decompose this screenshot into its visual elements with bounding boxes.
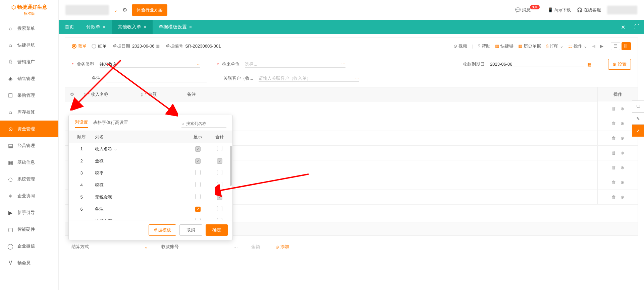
copy-icon[interactable]: ⊕ xyxy=(621,106,624,111)
sidebar-item-sales[interactable]: ◈销售管理 xyxy=(0,70,58,87)
radio-blue[interactable]: 蓝单 xyxy=(72,43,87,49)
history-link[interactable]: ▦历史单据 xyxy=(518,43,541,49)
radio-red[interactable]: 红单 xyxy=(92,43,107,49)
sum-checkbox[interactable] xyxy=(217,206,222,211)
calendar-icon[interactable]: ▦ xyxy=(587,62,591,67)
operate-link[interactable]: ⚏操作⌄ xyxy=(568,43,587,49)
sidebar-item-quick-nav[interactable]: ⌂快捷导航 xyxy=(0,37,58,54)
sum-checkbox[interactable] xyxy=(217,146,222,151)
method-field[interactable]: 结算方式 ⌄ xyxy=(71,244,148,250)
sum-checkbox[interactable] xyxy=(217,182,222,187)
show-checkbox[interactable]: ✓ xyxy=(195,207,201,212)
float-edit-button[interactable]: ✎ xyxy=(632,113,644,125)
popover-tab-columns[interactable]: 列设置 xyxy=(75,119,88,128)
popover-row[interactable]: 7核销金额 xyxy=(69,215,232,220)
settings-button[interactable]: ⚙设置 xyxy=(608,59,631,70)
delete-icon[interactable]: 🗑 xyxy=(611,136,616,141)
popover-row[interactable]: 1收入名称 ⌄✓ xyxy=(69,143,232,155)
chevron-down-icon[interactable]: ⌄ xyxy=(114,146,117,151)
table-gear-button[interactable]: ⚙ xyxy=(65,87,79,101)
tab-home[interactable]: 首页 xyxy=(59,20,80,34)
expand-button[interactable]: ⛶ xyxy=(630,20,644,34)
show-checkbox[interactable] xyxy=(195,170,201,175)
copy-icon[interactable]: ⊕ xyxy=(621,136,624,141)
popover-tab-font[interactable]: 表格字体行高设置 xyxy=(93,120,128,128)
sum-checkbox[interactable] xyxy=(217,170,222,175)
delete-icon[interactable]: 🗑 xyxy=(611,121,616,126)
sidebar-item-marketing[interactable]: ⎙营销推广 xyxy=(0,54,58,70)
tab-template[interactable]: 单据模板设置✕ xyxy=(153,20,198,34)
account-field[interactable]: 收款账号 ⋯ xyxy=(161,244,238,250)
popover-row[interactable]: 2金额✓✓ xyxy=(69,155,232,167)
sidebar-item-inventory[interactable]: ⌂库存核算 xyxy=(0,104,58,121)
next-icon[interactable]: ▶ xyxy=(600,44,603,49)
view-detail-button[interactable]: ⿲ xyxy=(622,42,631,50)
popover-row[interactable]: 4税额 xyxy=(69,179,232,191)
close-icon[interactable]: ✕ xyxy=(189,25,192,29)
copy-icon[interactable]: ⊕ xyxy=(621,195,624,200)
unit-select[interactable]: 选择... ⋯ xyxy=(245,61,345,68)
field-value[interactable]: 2023-06-06 xyxy=(132,44,155,49)
remark-input[interactable] xyxy=(106,74,207,82)
table-row[interactable]: 🗑⊕ xyxy=(65,101,638,116)
view-list-button[interactable]: ☰ xyxy=(611,42,620,50)
scrollbar-thumb[interactable] xyxy=(230,146,232,186)
show-checkbox[interactable] xyxy=(195,218,201,220)
template-button[interactable]: 单据模板 xyxy=(149,224,176,236)
sidebar-item-collab[interactable]: ⎆企业协同 xyxy=(0,188,58,204)
float-expand-button[interactable]: ⤢ xyxy=(632,125,644,137)
calendar-icon[interactable]: ▦ xyxy=(156,44,160,49)
sum-checkbox[interactable]: ✓ xyxy=(217,195,222,200)
close-icon[interactable]: ✕ xyxy=(143,25,147,29)
sidebar-item-funds[interactable]: ⊙资金管理 xyxy=(0,121,58,137)
message-link[interactable]: 💬消息99+ xyxy=(515,7,542,13)
app-download-link[interactable]: 📱App下载 xyxy=(548,7,571,13)
th-amount[interactable]: ▲▼*金额 xyxy=(136,87,183,101)
help-link[interactable]: ?帮助 xyxy=(478,43,490,49)
sidebar-item-member[interactable]: V畅会员 xyxy=(0,255,58,271)
close-icon[interactable]: ✕ xyxy=(102,25,106,29)
sidebar-item-guide[interactable]: ▶新手引导 xyxy=(0,204,58,221)
sidebar-item-business[interactable]: ▤经营管理 xyxy=(0,137,58,154)
online-service-link[interactable]: 🎧在线客服 xyxy=(577,7,601,13)
sum-checkbox[interactable] xyxy=(217,218,222,220)
tab-other-income[interactable]: 其他收入单✕ xyxy=(112,20,153,34)
due-date-input[interactable]: 2023-06-06 xyxy=(490,62,584,67)
copy-icon[interactable]: ⊕ xyxy=(621,150,624,155)
print-link[interactable]: ⎙打印⌄ xyxy=(546,43,564,49)
float-note-button[interactable]: 🗨 xyxy=(632,100,644,113)
delete-icon[interactable]: 🗑 xyxy=(611,195,616,200)
delete-icon[interactable]: 🗑 xyxy=(611,165,616,170)
sidebar-item-system[interactable]: ◌系统管理 xyxy=(0,171,58,188)
gear-icon[interactable]: ⚙ xyxy=(122,7,127,13)
copy-icon[interactable]: ⊕ xyxy=(621,121,624,126)
confirm-button[interactable]: 确定 xyxy=(206,224,228,236)
show-checkbox[interactable] xyxy=(195,194,201,199)
popover-row[interactable]: 3税率 xyxy=(69,167,232,179)
delete-icon[interactable]: 🗑 xyxy=(611,180,616,185)
show-checkbox[interactable]: ✓ xyxy=(195,146,201,152)
dots-icon[interactable]: ⋯ xyxy=(355,75,359,81)
amount-field[interactable]: 金额 xyxy=(251,244,262,250)
popover-search[interactable]: ⌕ xyxy=(181,120,226,128)
prev-icon[interactable]: ◀ xyxy=(592,44,595,49)
delete-icon[interactable]: 🗑 xyxy=(611,150,616,155)
popover-row[interactable]: 6备注✓ xyxy=(69,203,232,215)
experience-button[interactable]: 体验行业方案 xyxy=(132,4,167,16)
search-input[interactable] xyxy=(186,121,226,126)
popover-row[interactable]: 5无税金额✓ xyxy=(69,191,232,203)
show-checkbox[interactable] xyxy=(195,182,201,187)
biz-type-select[interactable]: 往来收入 ⌄ xyxy=(100,61,200,68)
cancel-button[interactable]: 取消 xyxy=(179,224,202,236)
sidebar-item-search[interactable]: ⌕搜索菜单 xyxy=(0,20,58,37)
copy-icon[interactable]: ⊕ xyxy=(621,180,624,185)
sidebar-item-wechat[interactable]: ◯企业微信 xyxy=(0,238,58,255)
close-all-button[interactable]: ✕ xyxy=(616,20,630,34)
copy-icon[interactable]: ⊕ xyxy=(621,165,624,170)
chevron-down-icon[interactable]: ⌄ xyxy=(114,7,118,13)
sum-checkbox[interactable]: ✓ xyxy=(217,158,222,164)
sidebar-item-purchase[interactable]: ☐采购管理 xyxy=(0,87,58,104)
delete-icon[interactable]: 🗑 xyxy=(611,106,616,111)
related-select[interactable]: 请输入关联客户（收入单） ⋯ xyxy=(259,75,359,82)
sidebar-item-basic[interactable]: ▦基础信息 xyxy=(0,154,58,171)
